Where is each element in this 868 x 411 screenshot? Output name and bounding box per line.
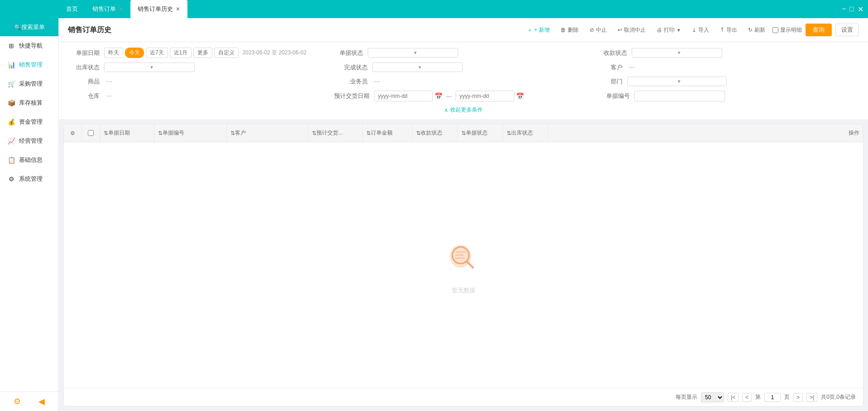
sidebar-item-finance[interactable]: 💰 资金管理: [0, 112, 58, 131]
cancel-stop-icon: ↩: [618, 27, 622, 33]
th-customer[interactable]: ⇅ 客户: [227, 124, 308, 142]
page-first-button[interactable]: |<: [728, 393, 739, 402]
th-pay-status[interactable]: ⇅ 收款状态: [412, 124, 458, 142]
warehouse-filter: ···: [104, 92, 329, 100]
out-status-dropdown[interactable]: ▼: [104, 63, 195, 72]
settings-button[interactable]: 设置: [835, 24, 859, 36]
delivery-date-end[interactable]: [456, 91, 514, 102]
order-status-arrow-icon: ▼: [413, 50, 454, 55]
order-num-input[interactable]: [634, 91, 725, 102]
salesperson-select-btn[interactable]: ···: [374, 77, 380, 86]
page-prev-button[interactable]: <: [742, 393, 752, 402]
sidebar-item-operations[interactable]: 📈 经营管理: [0, 131, 58, 150]
delete-button[interactable]: 🗑 删除: [557, 24, 582, 36]
customer-select-btn[interactable]: ···: [629, 63, 635, 72]
content-area: 销售订单历史 ＋ + 新增 🗑 删除 ⊘ 中止 ↩ 取消中止: [59, 18, 868, 411]
date-btn-today[interactable]: 今天: [125, 48, 144, 58]
page-number-input[interactable]: [764, 393, 781, 402]
sidebar-item-inventory[interactable]: 📦 库存核算: [0, 93, 58, 112]
cancel-stop-button[interactable]: ↩ 取消中止: [614, 24, 649, 36]
pay-status-label: 收款状态: [595, 49, 632, 57]
tab-sales-order[interactable]: 销售订单 ✕: [85, 0, 130, 18]
import-button[interactable]: ⤓ 导入: [688, 24, 713, 36]
complete-status-label: 完成状态: [336, 63, 372, 72]
th-out-status[interactable]: ⇅ 出库状态: [503, 124, 548, 142]
delivery-date-label: 预计交货日期: [329, 92, 374, 100]
sort-customer-icon: ⇅: [230, 130, 235, 136]
calendar-end-icon[interactable]: 📅: [516, 92, 524, 100]
th-date[interactable]: ⇅ 单据日期: [100, 124, 154, 142]
tab-sales-order-close[interactable]: ✕: [119, 6, 123, 12]
page-last-button[interactable]: >|: [806, 393, 817, 402]
sidebar-item-sales-mgmt[interactable]: 📊 销售管理: [0, 55, 58, 74]
th-delivery[interactable]: ⇅ 预计交货...: [308, 124, 363, 142]
inventory-icon: 📦: [7, 99, 15, 107]
sidebar-item-system[interactable]: ⚙ 系统管理: [0, 169, 58, 189]
filter-row-warehouse: 仓库 ··· 预计交货日期 📅 — 📅 单据编号: [68, 91, 859, 102]
sidebar-search[interactable]: 🔍 搜索菜单: [0, 18, 58, 36]
pay-status-dropdown[interactable]: ▼: [632, 48, 722, 58]
dept-dropdown[interactable]: ▼: [627, 77, 727, 86]
table-header: ⚙ ⇅ 单据日期 ⇅ 单据编号 ⇅ 客户 ⇅: [64, 124, 863, 142]
salesperson-label: 业务员: [336, 77, 372, 86]
tab-sales-order-history[interactable]: 销售订单历史 ✕: [130, 0, 187, 18]
order-status-select: ▼: [368, 48, 595, 58]
query-button[interactable]: 查询: [806, 24, 832, 36]
th-order-status[interactable]: ⇅ 单据状态: [458, 124, 503, 142]
complete-status-arrow-icon: ▼: [417, 65, 459, 70]
print-icon: 🖨: [657, 27, 662, 33]
sidebar-item-info[interactable]: 📋 基础信息: [0, 150, 58, 169]
warehouse-label: 仓库: [68, 92, 104, 100]
dept-arrow-icon: ▼: [677, 79, 723, 84]
th-settings[interactable]: ⚙: [64, 124, 82, 142]
date-btn-7days[interactable]: 近7天: [146, 48, 168, 58]
table-area: ⚙ ⇅ 单据日期 ⇅ 单据编号 ⇅ 客户 ⇅: [63, 124, 863, 406]
settings-column-icon: ⚙: [70, 130, 75, 136]
sort-amount-icon: ⇅: [366, 130, 371, 136]
date-filter-value: 昨天 今天 近7天 近1月 更多 自定义 2023-06-02 至 2023-0…: [104, 48, 331, 58]
display-detail-checkbox-group: 显示明细: [772, 26, 802, 34]
th-amount[interactable]: ⇅ 订单金额: [363, 124, 412, 142]
page-title: 销售订单历史: [68, 25, 111, 40]
refresh-button[interactable]: ↻ 刷新: [744, 24, 769, 36]
stop-button[interactable]: ⊘ 中止: [586, 24, 610, 36]
th-checkbox[interactable]: [82, 124, 100, 142]
svg-rect-5: [455, 257, 465, 259]
page-size-select[interactable]: 10 20 50 100: [701, 392, 724, 402]
maximize-button[interactable]: □: [849, 5, 854, 13]
out-status-select: ▼: [104, 63, 336, 72]
tab-home[interactable]: 首页: [59, 0, 85, 18]
th-num[interactable]: ⇅ 单据编号: [154, 124, 227, 142]
sidebar-item-quick-nav[interactable]: ⊞ 快捷导航: [0, 36, 58, 55]
page-next-button[interactable]: >: [793, 393, 803, 402]
product-select-btn[interactable]: ···: [106, 77, 112, 86]
settings-icon[interactable]: ⚙: [14, 396, 21, 406]
date-buttons: 昨天 今天 近7天 近1月 更多 自定义: [104, 48, 239, 58]
collapse-filter-btn[interactable]: ∧ 收起更多条件: [68, 106, 859, 114]
warehouse-select-btn[interactable]: ···: [106, 92, 112, 100]
print-button[interactable]: 🖨 打印 ▼: [653, 24, 685, 36]
date-btn-yesterday[interactable]: 昨天: [104, 48, 123, 58]
select-all-checkbox[interactable]: [88, 130, 94, 136]
main-layout: 🔍 搜索菜单 ⊞ 快捷导航 📊 销售管理 🛒 采购管理 📦 库存核算 💰: [0, 18, 868, 411]
sidebar-item-purchase-mgmt[interactable]: 🛒 采购管理: [0, 74, 58, 93]
minimize-button[interactable]: −: [842, 5, 846, 13]
display-detail-checkbox[interactable]: [772, 27, 778, 33]
tab-sales-order-history-close[interactable]: ✕: [176, 6, 180, 12]
date-btn-more[interactable]: 更多: [193, 48, 212, 58]
complete-status-dropdown[interactable]: ▼: [372, 63, 463, 72]
date-btn-1month[interactable]: 近1月: [170, 48, 192, 58]
collapse-sidebar-icon[interactable]: ◀: [38, 396, 45, 406]
close-button[interactable]: ✕: [858, 5, 863, 14]
delivery-date-start[interactable]: [374, 91, 433, 102]
page-unit-label: 页: [784, 393, 790, 401]
new-button[interactable]: ＋ + 新增: [523, 24, 553, 36]
date-filter-label: 单据日期: [68, 49, 104, 57]
sort-date-icon: ⇅: [104, 130, 108, 136]
empty-state: 暂无数据: [64, 142, 863, 388]
table-footer: 每页显示 10 20 50 100 |< < 第 页 > >| 共0页,0条记录: [64, 388, 863, 406]
order-status-dropdown[interactable]: ▼: [368, 48, 458, 58]
export-button[interactable]: ⤒ 导出: [716, 24, 741, 36]
date-btn-custom[interactable]: 自定义: [214, 48, 239, 58]
calendar-start-icon[interactable]: 📅: [435, 92, 442, 100]
